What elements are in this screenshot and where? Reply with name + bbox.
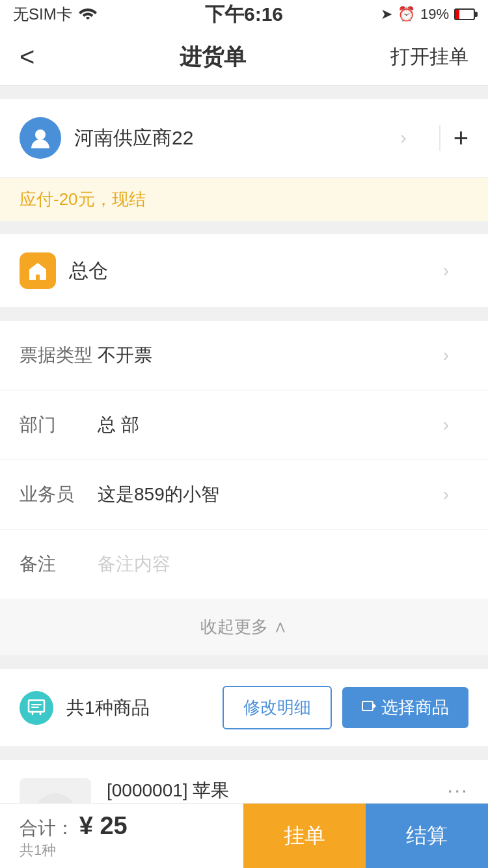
products-count: 共1种商品: [66, 696, 223, 720]
invoice-type-label: 票据类型: [20, 343, 98, 368]
product-more-button[interactable]: ···: [447, 778, 468, 802]
location-icon: ➤: [381, 6, 392, 23]
carrier-text: 无SIM卡: [13, 4, 72, 25]
svg-point-0: [35, 129, 46, 140]
supplier-avatar: [20, 117, 61, 159]
collapse-row[interactable]: 收起更多 ∧: [0, 599, 488, 655]
salesperson-row[interactable]: 业务员 这是859的小智 ›: [0, 459, 488, 529]
department-value: 总 部: [98, 413, 443, 437]
status-bar: 无SIM卡 下午6:16 ➤ ⏰ 19%: [0, 0, 488, 29]
person-icon: [29, 126, 52, 150]
department-row[interactable]: 部门 总 部 ›: [0, 390, 488, 459]
total-row: 合计： ¥ 25: [20, 812, 224, 841]
products-icon: [20, 691, 53, 725]
section-divider-1: [0, 86, 488, 99]
remark-label: 备注: [20, 552, 98, 576]
product-name: [0000001] 苹果: [107, 778, 447, 803]
hold-button[interactable]: 挂单: [243, 804, 366, 869]
nav-bar: < 进货单 打开挂单: [0, 29, 488, 86]
supplier-row[interactable]: 河南供应商22 › +: [0, 99, 488, 178]
warehouse-chevron-icon: ›: [443, 260, 449, 281]
svg-rect-1: [29, 700, 44, 712]
status-right: ➤ ⏰ 19%: [381, 6, 475, 23]
total-label: 合计：: [20, 818, 74, 838]
home-icon: [28, 262, 47, 280]
salesperson-chevron-icon: ›: [443, 484, 449, 505]
add-supplier-button[interactable]: +: [454, 124, 468, 153]
warehouse-name: 总仓: [69, 258, 443, 284]
cart-icon: [27, 699, 46, 717]
alarm-icon: ⏰: [398, 6, 415, 23]
warehouse-section: 总仓 ›: [0, 234, 488, 307]
section-divider-3: [0, 307, 488, 320]
supplier-name: 河南供应商22: [74, 125, 400, 152]
battery-icon: [454, 8, 475, 20]
remark-input[interactable]: 备注内容: [98, 552, 468, 576]
select-product-label: 选择商品: [381, 696, 449, 719]
invoice-type-chevron-icon: ›: [443, 345, 449, 366]
supplier-chevron-icon: ›: [400, 128, 406, 148]
salesperson-label: 业务员: [20, 482, 98, 507]
supplier-divider: [439, 125, 441, 151]
warehouse-icon: [20, 252, 56, 289]
section-divider-2: [0, 221, 488, 234]
select-product-button[interactable]: 选择商品: [342, 687, 468, 728]
department-chevron-icon: ›: [443, 414, 449, 435]
status-time: 下午6:16: [205, 1, 283, 28]
status-left: 无SIM卡: [13, 4, 97, 25]
form-section: 票据类型 不开票 › 部门 总 部 › 业务员 这是859的小智 › 备注 备注…: [0, 320, 488, 599]
svg-rect-2: [362, 701, 373, 711]
cart-plus-icon: [362, 701, 376, 715]
invoice-type-row[interactable]: 票据类型 不开票 ›: [0, 320, 488, 390]
supplier-section: 河南供应商22 › + 应付-20元，现结: [0, 99, 488, 221]
remark-row[interactable]: 备注 备注内容: [0, 529, 488, 599]
salesperson-value: 这是859的小智: [98, 482, 443, 507]
warehouse-row[interactable]: 总仓 ›: [0, 234, 488, 307]
product-code: [0000001]: [107, 780, 188, 800]
page-title: 进货单: [180, 42, 246, 72]
notice-bar: 应付-20元，现结: [0, 178, 488, 221]
total-section: 合计： ¥ 25 共1种: [0, 812, 243, 860]
products-header: 共1种商品 修改明细 选择商品: [0, 668, 488, 746]
bottom-bar: 合计： ¥ 25 共1种 挂单 结算: [0, 803, 488, 868]
wifi-icon: [79, 5, 97, 23]
checkout-button[interactable]: 结算: [366, 804, 488, 869]
edit-detail-button[interactable]: 修改明细: [223, 686, 332, 729]
department-label: 部门: [20, 413, 98, 437]
collapse-label: 收起更多 ∧: [200, 617, 287, 636]
invoice-type-value: 不开票: [98, 343, 443, 368]
total-count: 共1种: [20, 841, 224, 860]
section-divider-4: [0, 655, 488, 668]
battery-text: 19%: [420, 6, 449, 23]
notice-text: 应付-20元，现结: [20, 189, 146, 209]
back-button[interactable]: <: [20, 42, 34, 72]
open-hold-button[interactable]: 打开挂单: [390, 44, 468, 70]
total-amount: ¥ 25: [79, 812, 128, 839]
